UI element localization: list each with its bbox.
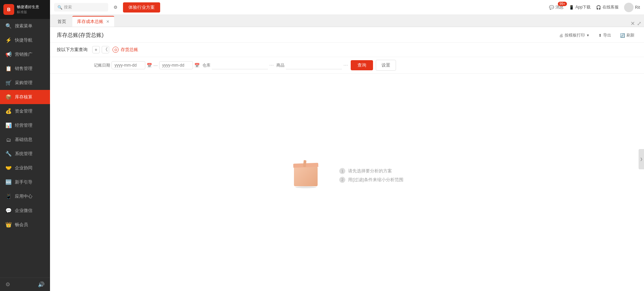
messages-btn[interactable]: 💬 消息 99+: [549, 4, 564, 10]
sidebar-icon-search: 🔍: [5, 23, 11, 29]
date-field: 记账日期 📅 — 📅: [94, 61, 200, 69]
sidebar-item-member[interactable]: 👑畅会员: [0, 218, 50, 232]
sidebar-item-basic[interactable]: 🗂基础信息: [0, 132, 50, 147]
sidebar-label-marketing: 营销推广: [15, 51, 32, 57]
sidebar-item-guide[interactable]: 🆕新手引导: [0, 175, 50, 189]
filter-scheme[interactable]: ⊙ 存货总账: [113, 47, 138, 53]
filter-collapse-btn[interactable]: 《: [102, 46, 109, 53]
tab-inventory-cost[interactable]: 库存成本总账✕: [72, 16, 114, 27]
sidebar-icon-shortcut: ⚡: [5, 37, 11, 43]
query-btn[interactable]: 查询: [351, 60, 373, 70]
warehouse-more-btn[interactable]: ···: [269, 62, 274, 68]
warehouse-field: 仓库 ···: [202, 62, 274, 69]
calendar-end-icon[interactable]: 📅: [194, 63, 200, 68]
sidebar-label-business: 经营管理: [15, 122, 32, 128]
sidebar-label-collab: 企业协同: [15, 165, 32, 171]
sidebar-label-finance: 资金管理: [15, 108, 32, 114]
sidebar-item-inventory[interactable]: 📦库存核算: [0, 90, 50, 104]
sidebar-item-collab[interactable]: 🤝企业协同: [0, 161, 50, 175]
chevron-down-icon: ▼: [586, 33, 590, 37]
date-start-input[interactable]: [112, 61, 145, 69]
page-actions: 🖨 按模板打印 ▼ ⬆ 导出 🔄 刷新: [556, 31, 637, 40]
sidebar-label-wechat: 企业微信: [15, 208, 32, 214]
scheme-label: 存货总账: [121, 47, 138, 53]
settings-icon[interactable]: ⚙: [5, 281, 10, 288]
message-icon: 💬: [549, 5, 554, 10]
filter-add-btn[interactable]: +: [92, 46, 100, 53]
empty-illustration: [291, 159, 331, 192]
sidebar-item-appstore[interactable]: 📱应用中心: [0, 189, 50, 203]
sidebar-item-marketing[interactable]: 📢营销推广: [0, 47, 50, 62]
warehouse-label: 仓库: [202, 63, 210, 68]
side-panel-toggle[interactable]: ❯: [639, 149, 644, 169]
sidebar-icon-wechat: 💬: [5, 208, 11, 214]
avatar: [624, 3, 634, 12]
warehouse-input[interactable]: [212, 62, 268, 69]
industry-btn[interactable]: 体验行业方案: [123, 2, 160, 13]
date-end-input[interactable]: [159, 61, 193, 69]
sidebar-label-purchase: 采购管理: [15, 80, 32, 86]
sidebar-item-wechat[interactable]: 💬企业微信: [0, 203, 50, 218]
search-placeholder: 搜索: [64, 4, 72, 10]
page-header: 库存总账(存货总账) 🖨 按模板打印 ▼ ⬆ 导出 🔄 刷新: [50, 27, 644, 43]
sidebar-item-business[interactable]: 📊经营管理: [0, 118, 50, 132]
sidebar-item-finance[interactable]: 💰资金管理: [0, 104, 50, 118]
tab-label-home: 首页: [57, 19, 66, 25]
tab-home[interactable]: 首页: [53, 17, 71, 27]
sidebar-item-sales[interactable]: 📋销售管理: [0, 62, 50, 76]
sound-icon[interactable]: 🔊: [38, 281, 45, 288]
search-icon: 🔍: [57, 5, 63, 10]
online-service-btn[interactable]: 🎧 在线客服: [596, 4, 619, 10]
app-download-btn[interactable]: 📱 App下载: [569, 4, 591, 10]
sidebar-icon-sales: 📋: [5, 66, 11, 72]
sidebar-icon-member: 👑: [5, 222, 11, 228]
refresh-btn[interactable]: 🔄 刷新: [617, 31, 637, 40]
sidebar-icon-collab: 🤝: [5, 165, 11, 171]
sidebar-icon-finance: 💰: [5, 108, 11, 114]
sidebar-item-shortcut[interactable]: ⚡快捷导航: [0, 33, 50, 47]
messages-badge: 99+: [558, 2, 567, 6]
tip-2-num: 2: [339, 177, 345, 183]
tip-1-text: 请先选择要分析的方案: [348, 168, 392, 174]
product-field: 商品 ···: [276, 62, 348, 69]
sidebar-label-search: 搜索菜单: [15, 23, 32, 29]
expand-icon[interactable]: ⤢: [637, 20, 641, 27]
close-panel-icon[interactable]: ✕: [630, 20, 635, 27]
print-template-label: 按模板打印: [565, 32, 585, 38]
sidebar-icon-purchase: 🛒: [5, 80, 11, 86]
printer-icon: 🖨: [559, 33, 563, 38]
topbar-settings-icon[interactable]: ⚙: [111, 3, 120, 12]
sidebar: B 畅捷通好生意 标准版 🔍搜索菜单⚡快捷导航📢营销推广📋销售管理🛒采购管理📦库…: [0, 0, 50, 291]
sidebar-icon-business: 📊: [5, 122, 11, 128]
topbar: 🔍 搜索 ⚙ 体验行业方案 💬 消息 99+ 📱 App下载 🎧 在线客服 Ri…: [50, 0, 644, 15]
sidebar-label-inventory: 库存核算: [15, 94, 32, 100]
online-service-label: 在线客服: [602, 4, 619, 10]
tab-close-inventory-cost[interactable]: ✕: [106, 19, 109, 24]
filter-bar: 按以下方案查询 + 《 ⊙ 存货总账: [50, 43, 644, 57]
scheme-icon: ⊙: [113, 47, 119, 53]
tip-1-num: 1: [339, 168, 345, 174]
user-name: Rit: [635, 5, 640, 10]
app-version: 标准版: [17, 10, 39, 15]
settings-btn[interactable]: 设置: [376, 60, 396, 71]
calendar-start-icon[interactable]: 📅: [147, 63, 152, 68]
search-box[interactable]: 🔍 搜索: [54, 3, 108, 11]
sidebar-icon-basic: 🗂: [5, 137, 11, 143]
product-more-btn[interactable]: ···: [343, 62, 348, 68]
sidebar-item-purchase[interactable]: 🛒采购管理: [0, 76, 50, 90]
main-area: 🔍 搜索 ⚙ 体验行业方案 💬 消息 99+ 📱 App下载 🎧 在线客服 Ri…: [50, 0, 644, 291]
app-download-label: App下载: [575, 4, 591, 10]
sidebar-icon-marketing: 📢: [5, 51, 11, 57]
sidebar-icon-appstore: 📱: [5, 193, 11, 199]
sidebar-item-search[interactable]: 🔍搜索菜单: [0, 19, 50, 33]
print-template-btn[interactable]: 🖨 按模板打印 ▼: [556, 31, 592, 40]
sidebar-label-sales: 销售管理: [15, 66, 32, 72]
user-profile[interactable]: Rit: [624, 3, 640, 12]
sidebar-label-basic: 基础信息: [15, 137, 32, 143]
sidebar-label-member: 畅会员: [15, 222, 28, 228]
sidebar-item-system[interactable]: 🔧系统管理: [0, 147, 50, 161]
product-input[interactable]: [286, 62, 342, 69]
sidebar-label-guide: 新手引导: [15, 179, 32, 185]
app-name: 畅捷通好生意: [17, 4, 39, 9]
export-btn[interactable]: ⬆ 导出: [596, 31, 614, 40]
